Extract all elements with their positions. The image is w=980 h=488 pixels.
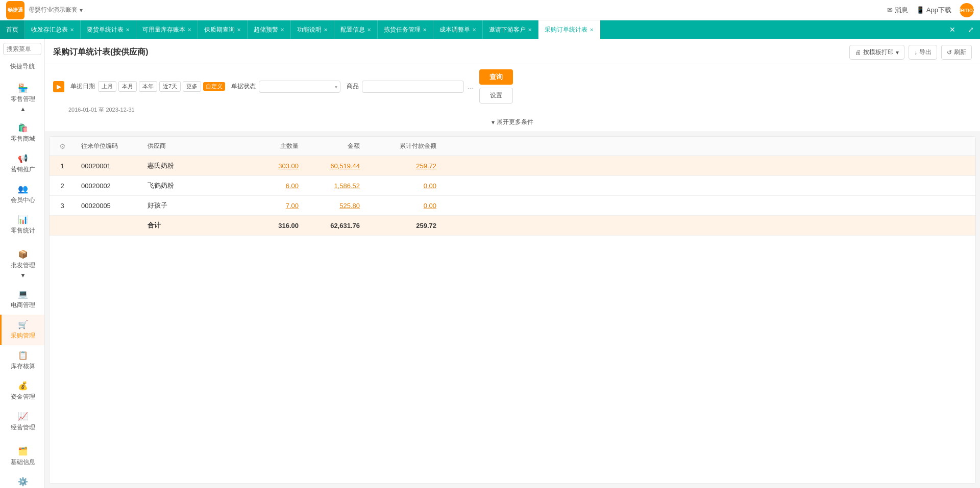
sidebar-item-inventory[interactable]: 📋 库存核算 xyxy=(0,345,44,376)
table-area: ⚙ 往来单位编码 供应商 主数量 金额 累计付款金额 1 00020001 惠氏… xyxy=(49,136,976,484)
workspace-selector[interactable]: 母婴行业演示账套 ▾ xyxy=(29,6,83,14)
cell-qty[interactable]: 303.00 xyxy=(243,156,305,176)
print-button[interactable]: 🖨 按模板打印 ▾ xyxy=(849,45,904,60)
tab-pick-task[interactable]: 拣货任务管理 ✕ xyxy=(378,20,433,39)
sidebar-item-member[interactable]: 👥 会员中心 xyxy=(0,179,44,210)
cell-paid[interactable]: 0.00 xyxy=(366,196,443,216)
system-icon: ⚙️ xyxy=(18,477,28,486)
th-paid: 累计付款金额 xyxy=(366,137,443,156)
sidebar-item-purchase[interactable]: 🛒 采购管理 xyxy=(0,315,44,345)
sidebar-quick-nav[interactable]: 快捷导航 xyxy=(0,59,44,74)
date-btn-this-year[interactable]: 本年 xyxy=(139,81,157,92)
cell-amount[interactable]: 1,586.52 xyxy=(305,176,366,196)
sidebar-item-operation[interactable]: 📈 经营管理 xyxy=(0,406,44,437)
filter-expand-button[interactable]: ▶ xyxy=(53,81,64,92)
tab-invite-downstream[interactable]: 邀请下游客户 ✕ xyxy=(483,20,538,39)
tab-order-stats[interactable]: 要货单统计表 ✕ xyxy=(81,20,136,39)
settings-button[interactable]: 设置 xyxy=(479,88,513,104)
export-button[interactable]: ↓ 导出 xyxy=(909,45,937,60)
sidebar-item-retail-mgmt[interactable]: 🏪 零售管理 ▲ xyxy=(0,78,44,118)
custom-date-badge: 自定义 xyxy=(203,82,225,91)
settings-gear-icon[interactable]: ⚙ xyxy=(59,142,66,150)
refresh-button[interactable]: ↺ 刷新 xyxy=(941,45,972,60)
close-icon[interactable]: ✕ xyxy=(472,27,476,33)
tab-available-stock[interactable]: 可用量库存账本 ✕ xyxy=(136,20,198,39)
refresh-icon: ↺ xyxy=(947,49,952,56)
workspace-label: 母婴行业演示账套 xyxy=(29,6,78,14)
close-icon[interactable]: ✕ xyxy=(237,27,241,33)
cell-amount[interactable]: 525.80 xyxy=(305,196,366,216)
search-input[interactable] xyxy=(3,43,41,55)
close-icon[interactable]: ✕ xyxy=(367,27,371,33)
chevron-down-icon: ▾ xyxy=(896,49,899,56)
tab-overstock-warning[interactable]: 超储预警 ✕ xyxy=(248,20,291,39)
footer-paid: 259.72 xyxy=(366,216,443,236)
close-icon[interactable]: ✕ xyxy=(423,27,427,33)
cell-empty xyxy=(443,156,975,176)
tab-function-desc[interactable]: 功能说明 ✕ xyxy=(291,20,334,39)
cell-qty[interactable]: 6.00 xyxy=(243,176,305,196)
tab-home[interactable]: 首页 xyxy=(0,20,25,39)
nav-tabs-end: ✕ ⤢ xyxy=(943,20,980,39)
cell-paid[interactable]: 259.72 xyxy=(366,156,443,176)
message-button[interactable]: ✉ 消息 xyxy=(887,6,908,15)
sidebar-item-finance[interactable]: 💰 资金管理 xyxy=(0,376,44,406)
avatar[interactable]: demo2 xyxy=(960,3,974,17)
operation-icon: 📈 xyxy=(18,412,28,421)
cell-supplier: 惠氏奶粉 xyxy=(141,156,243,176)
tab-expiry-query[interactable]: 保质期查询 ✕ xyxy=(198,20,248,39)
filter-status: 单据状态 xyxy=(231,81,340,93)
table-row: 2 00020002 飞鹤奶粉 6.00 1,586.52 0.00 xyxy=(50,176,975,196)
page-title: 采购订单统计表(按供应商) xyxy=(53,47,149,58)
inventory-icon: 📋 xyxy=(18,350,28,360)
sidebar-item-marketing[interactable]: 📢 营销推广 xyxy=(0,148,44,179)
cell-paid[interactable]: 0.00 xyxy=(366,176,443,196)
close-icon[interactable]: ✕ xyxy=(187,27,191,33)
date-btn-7days[interactable]: 近7天 xyxy=(159,81,181,92)
tab-config-info[interactable]: 配置信息 ✕ xyxy=(334,20,378,39)
th-empty xyxy=(443,137,975,156)
footer-label xyxy=(75,216,141,236)
sidebar-item-basic-info[interactable]: 🗂️ 基础信息 xyxy=(0,441,44,472)
close-tab-button[interactable]: ✕ xyxy=(943,20,962,39)
tab-cost-adjust[interactable]: 成本调整单 ✕ xyxy=(433,20,483,39)
main-layout: 快捷导航 🏪 零售管理 ▲ 🛍️ 零售商城 📢 营销推广 👥 会员中心 📊 零售… xyxy=(0,39,980,488)
goods-input[interactable] xyxy=(362,81,464,93)
more-options-icon[interactable]: … xyxy=(467,83,473,90)
close-icon[interactable]: ✕ xyxy=(528,27,532,33)
cell-qty[interactable]: 7.00 xyxy=(243,196,305,216)
filter-actions: 查询 设置 xyxy=(479,69,513,104)
close-icon[interactable]: ✕ xyxy=(280,27,284,33)
cell-amount[interactable]: 60,519.44 xyxy=(305,156,366,176)
th-amount: 金额 xyxy=(305,137,366,156)
close-icon[interactable]: ✕ xyxy=(70,27,74,33)
status-select[interactable] xyxy=(259,81,340,93)
close-icon[interactable]: ✕ xyxy=(324,27,328,33)
query-button[interactable]: 查询 xyxy=(479,69,513,85)
maximize-tab-button[interactable]: ⤢ xyxy=(962,20,980,39)
sidebar-item-system[interactable]: ⚙️ 系统管理 xyxy=(0,472,44,488)
chevron-down-icon: ▼ xyxy=(20,272,26,279)
tab-collection-summary[interactable]: 收发存汇总表 ✕ xyxy=(25,20,81,39)
date-btn-this-month[interactable]: 本月 xyxy=(118,81,137,92)
username: demo2 xyxy=(958,7,976,14)
table-header-row: ⚙ 往来单位编码 供应商 主数量 金额 累计付款金额 xyxy=(50,137,975,156)
filter-date: 单据日期 上月 本月 本年 近7天 更多 自定义 xyxy=(70,81,225,92)
close-icon[interactable]: ✕ xyxy=(126,27,130,33)
sidebar-item-retail-mall[interactable]: 🛍️ 零售商城 xyxy=(0,118,44,148)
finance-icon: 💰 xyxy=(18,381,28,391)
sidebar-item-ecommerce[interactable]: 💻 电商管理 xyxy=(0,284,44,315)
chevron-icon: ▲ xyxy=(20,106,26,113)
date-btn-more[interactable]: 更多 xyxy=(183,81,201,92)
close-icon[interactable]: ✕ xyxy=(590,27,594,33)
goods-label: 商品 xyxy=(347,82,359,91)
tab-purchase-order-stats[interactable]: 采购订单统计表 ✕ xyxy=(538,20,600,39)
date-btn-last-month[interactable]: 上月 xyxy=(98,81,116,92)
sidebar-item-retail-stats[interactable]: 📊 零售统计 xyxy=(0,210,44,240)
footer-supplier: 合计 xyxy=(141,216,243,236)
expand-more-button[interactable]: ▾ 展开更多条件 xyxy=(492,118,533,126)
sidebar-item-wholesale[interactable]: 📦 批发管理 ▼ xyxy=(0,244,44,284)
app-download-button[interactable]: 📱 App下载 xyxy=(916,6,951,15)
cell-num: 2 xyxy=(50,176,75,196)
stats-icon: 📊 xyxy=(18,215,28,224)
